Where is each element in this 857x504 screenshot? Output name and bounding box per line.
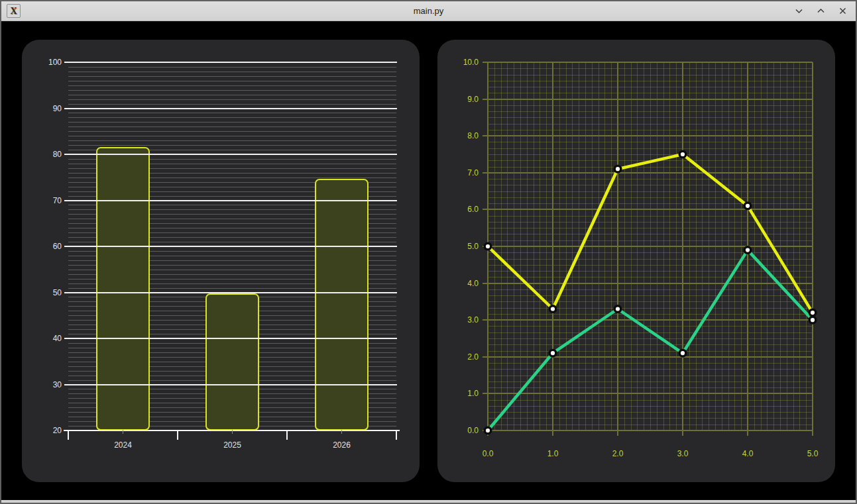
titlebar[interactable]: X main.py: [1, 1, 856, 21]
x-axis-minor-tick: [123, 430, 123, 434]
bar-2025: [205, 293, 259, 430]
close-icon: [838, 7, 847, 15]
line-series-canvas: [488, 62, 813, 430]
yellow-series-point-5: [809, 309, 816, 316]
major-gridline: [64, 200, 397, 201]
yellow-series-point-4: [744, 203, 751, 209]
green-series-point-2: [614, 306, 621, 313]
major-gridline: [64, 292, 397, 293]
major-gridline: [64, 108, 397, 109]
maximize-button[interactable]: [816, 6, 826, 16]
y-tick-label: 30: [31, 380, 62, 389]
green-series-point-1: [549, 350, 556, 356]
category-label: 2026: [315, 440, 369, 450]
x-tick-label: 3.0: [663, 449, 703, 458]
y-tick-label: 60: [31, 242, 62, 251]
y-tick-label: 50: [31, 288, 62, 297]
line-chart-panel: 10.09.08.07.06.05.04.03.02.01.00.00.01.0…: [437, 40, 835, 482]
window-bottom-edge[interactable]: [1, 500, 856, 503]
y-tick-label: 70: [31, 196, 62, 205]
app-icon[interactable]: X: [7, 4, 21, 18]
y-tick-label: 3.0: [447, 315, 479, 325]
line-chart-plot-area: [488, 62, 813, 430]
y-tick-label: 40: [31, 334, 62, 343]
y-tick-label: 10.0: [447, 58, 479, 67]
app-window: X main.py 100908070605040302020242: [0, 0, 857, 504]
y-tick-label: 90: [31, 104, 62, 113]
y-tick-label: 6.0: [447, 205, 479, 214]
yellow-series-point-2: [614, 166, 621, 172]
y-tick-label: 100: [31, 58, 62, 67]
y-tick-label: 2.0: [447, 352, 479, 362]
category-label: 2024: [97, 440, 150, 450]
bar-chart-panel: 1009080706050403020202420252026: [22, 40, 420, 482]
category-label: 2025: [206, 440, 259, 450]
x-axis-tick: [68, 430, 69, 440]
chevron-up-icon: [817, 7, 825, 15]
x-axis-minor-tick: [232, 430, 233, 434]
y-tick-label: 0.0: [447, 426, 479, 435]
y-tick-label: 1.0: [447, 389, 479, 398]
x-axis-tick: [286, 430, 288, 440]
y-tick-label: 7.0: [447, 168, 479, 177]
major-gridline: [64, 384, 397, 385]
x-tick-label: 5.0: [793, 449, 832, 458]
major-gridline: [64, 246, 397, 247]
x-tick-label: 4.0: [728, 449, 768, 458]
y-tick-label: 80: [31, 150, 62, 159]
y-tick-label: 20: [31, 426, 62, 435]
green-series-point-5: [809, 317, 816, 323]
window-title: main.py: [1, 6, 856, 16]
y-tick-label: 8.0: [447, 131, 479, 140]
yellow-series-point-3: [679, 151, 686, 158]
bar-2024: [96, 147, 150, 430]
yellow-series-point-1: [549, 306, 556, 313]
green-series-line: [488, 250, 813, 430]
y-tick-label: 9.0: [447, 95, 479, 104]
x-tick-label: 2.0: [598, 449, 638, 458]
minimize-button[interactable]: [794, 6, 804, 16]
chevron-down-icon: [795, 7, 803, 15]
y-tick-label: 4.0: [447, 279, 479, 288]
yellow-series-line: [488, 154, 813, 313]
major-gridline: [64, 154, 397, 155]
window-content: 1009080706050403020202420252026 10.09.08…: [1, 21, 856, 503]
y-tick-label: 5.0: [447, 242, 479, 251]
x-axis-tick: [177, 430, 178, 440]
x-axis-tick: [396, 430, 397, 440]
green-series-point-3: [679, 350, 686, 356]
close-button[interactable]: [838, 6, 848, 16]
major-gridline: [64, 62, 397, 63]
yellow-series-point-0: [485, 243, 491, 250]
major-gridline: [64, 338, 397, 339]
bar-2026: [315, 179, 369, 430]
window-controls: [794, 1, 848, 21]
green-series-point-0: [485, 427, 491, 434]
green-series-point-4: [744, 247, 751, 254]
x-axis-minor-tick: [341, 430, 342, 434]
x-tick-label: 0.0: [468, 449, 508, 458]
x-tick-label: 1.0: [533, 449, 573, 458]
